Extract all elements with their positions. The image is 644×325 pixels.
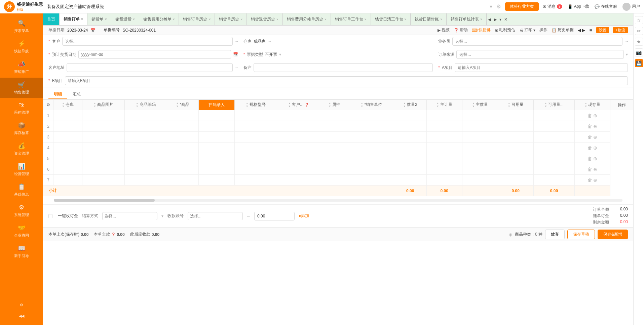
invoice-dropdown[interactable]: ▾ (279, 52, 281, 57)
table-cell[interactable] (394, 175, 426, 186)
note-input[interactable] (254, 63, 433, 72)
table-cell[interactable] (125, 121, 167, 132)
sidebar-item-enterprise[interactable]: 🤝 企业协同 (0, 221, 43, 241)
address-more[interactable]: ··· (235, 65, 238, 70)
staff-more[interactable]: ··· (624, 39, 628, 44)
table-cell[interactable] (234, 132, 277, 143)
address-input[interactable] (67, 63, 233, 72)
table-cell[interactable] (277, 164, 320, 175)
table-cell[interactable] (320, 164, 349, 175)
table-cell[interactable] (533, 164, 575, 175)
tab-sales-return[interactable]: 销货退货 × (111, 13, 139, 26)
table-cell[interactable] (498, 110, 533, 121)
table-cell[interactable] (426, 153, 462, 164)
table-cell[interactable] (234, 175, 277, 186)
print-dropdown[interactable]: ▾ (533, 28, 535, 33)
copy-row-btn[interactable]: ⊕ (593, 124, 597, 129)
table-cell[interactable] (394, 153, 426, 164)
tab-more[interactable]: ▾ (498, 13, 503, 26)
a-project-input[interactable] (455, 63, 628, 72)
tab-close-sales-return[interactable]: × (133, 17, 135, 21)
table-cell[interactable] (277, 153, 320, 164)
table-cell[interactable] (426, 143, 462, 153)
table-cell[interactable] (198, 121, 234, 132)
tab-cash-reconcile[interactable]: 钱货日清对账 × (411, 13, 447, 26)
scroll-track[interactable] (54, 199, 622, 202)
tab-next[interactable]: ▶ (492, 13, 498, 26)
table-cell[interactable] (198, 143, 234, 153)
th-scan[interactable]: 扫码录入 (198, 100, 234, 110)
table-cell[interactable] (533, 132, 575, 143)
th-available[interactable]: ▲▼ 可用量 (498, 100, 533, 110)
tab-detail[interactable]: 明细 (48, 90, 67, 99)
table-cell[interactable] (234, 164, 277, 175)
operations-btn[interactable]: 操作 (539, 27, 547, 33)
tab-home[interactable]: 首页 (43, 13, 60, 26)
staff-input[interactable] (452, 37, 622, 46)
tab-sales-return-history[interactable]: 销货退货历史 × (247, 13, 283, 26)
table-cell[interactable] (533, 175, 575, 186)
th-current[interactable]: ▲▼ 现存量 (575, 100, 610, 110)
table-cell[interactable] (198, 110, 234, 121)
table-cell[interactable] (234, 143, 277, 153)
customer-input[interactable] (62, 37, 233, 46)
th-warehouse[interactable]: ▲▼ 仓库 (53, 100, 82, 110)
table-cell[interactable] (498, 153, 533, 164)
table-cell[interactable] (498, 143, 533, 153)
tab-prev[interactable]: ◀ (487, 13, 492, 26)
table-cell[interactable] (498, 175, 533, 186)
quick-settings-btn[interactable]: 设置 (596, 27, 609, 33)
table-cell[interactable] (125, 175, 167, 186)
prev-record[interactable]: ◀ (578, 28, 581, 33)
view-toggle[interactable]: ≡ (589, 28, 592, 33)
table-cell[interactable] (426, 132, 462, 143)
tab-sales-order[interactable]: 销售订单 × (60, 13, 87, 26)
th-spec[interactable]: ▲▼ 规格型号 (234, 100, 277, 110)
table-cell[interactable] (277, 143, 320, 153)
table-cell[interactable] (53, 153, 82, 164)
sidebar-item-finance[interactable]: 💰 资金管理 (0, 139, 43, 159)
settlement-input[interactable] (102, 212, 157, 220)
table-cell[interactable] (394, 110, 426, 121)
settlement-dropdown[interactable]: ▾ (161, 214, 163, 218)
table-cell[interactable] (462, 164, 498, 175)
print-btn[interactable]: 🖨 打印 ▾ (519, 27, 535, 33)
table-cell[interactable] (277, 175, 320, 186)
table-cell[interactable] (277, 132, 320, 143)
tab-close-cash-reconcile[interactable]: × (440, 17, 442, 21)
table-cell[interactable] (167, 175, 198, 186)
rp-btn-5[interactable]: 💾 (635, 59, 643, 67)
order-source-input[interactable] (456, 50, 624, 59)
rp-btn-2[interactable]: ✏ (635, 27, 643, 35)
delete-row-btn[interactable]: 🗑 (588, 167, 592, 172)
th-product-code[interactable]: ▲▼ 商品编码 (125, 100, 167, 110)
tab-summary[interactable]: 汇总 (67, 90, 86, 99)
table-cell[interactable] (462, 153, 498, 164)
table-cell[interactable] (498, 132, 533, 143)
table-cell[interactable] (167, 143, 198, 153)
th-settings[interactable]: ⚙ (43, 100, 53, 110)
th-available2[interactable]: ▲▼ 可用量... (533, 100, 575, 110)
table-cell[interactable] (167, 164, 198, 175)
profit-btn[interactable]: ◉ 毛利预估 (495, 27, 515, 33)
delete-row-btn[interactable]: 🗑 (588, 177, 592, 183)
tab-sales-slip-history[interactable]: 销货单历史 × (215, 13, 247, 26)
message-btn[interactable]: ✉ 消息 9 (543, 4, 562, 9)
table-cell[interactable] (82, 164, 125, 175)
table-cell[interactable] (426, 175, 462, 186)
table-cell[interactable] (349, 132, 394, 143)
sidebar-item-newbie[interactable]: 📖 新手引导 (0, 241, 43, 262)
amount-input[interactable] (254, 212, 295, 220)
b-project-input[interactable] (65, 76, 628, 85)
tab-close-sales-slip[interactable]: × (105, 17, 107, 21)
table-cell[interactable] (462, 132, 498, 143)
discard-btn[interactable]: 放弃 (545, 230, 565, 239)
table-cell[interactable] (53, 164, 82, 175)
table-cell[interactable] (394, 121, 426, 132)
tab-close-cash-workbench[interactable]: × (405, 17, 407, 21)
table-cell[interactable] (533, 121, 575, 132)
table-cell[interactable] (498, 164, 533, 175)
table-cell[interactable] (234, 110, 277, 121)
table-cell[interactable] (167, 153, 198, 164)
table-cell[interactable] (394, 132, 426, 143)
